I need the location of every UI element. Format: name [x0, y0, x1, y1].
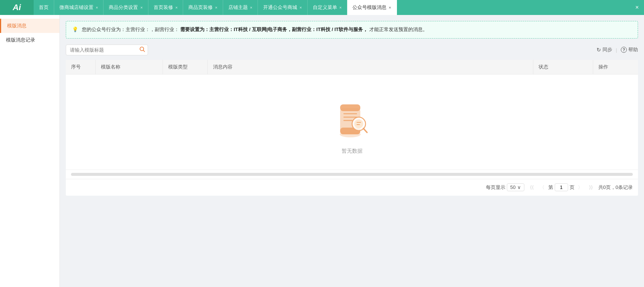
- tab-product-decor[interactable]: 商品页装修 ×: [183, 0, 223, 15]
- close-icon[interactable]: ×: [175, 5, 178, 10]
- th-type: 模版类型: [163, 60, 208, 74]
- empty-text: 暂无数据: [342, 148, 363, 155]
- page-size-select: 每页显示 50 ∨: [486, 183, 524, 191]
- search-button[interactable]: [139, 46, 145, 53]
- page-size-label: 每页显示: [486, 184, 505, 191]
- th-index: 序号: [66, 60, 96, 74]
- sync-button[interactable]: ↻ 同步: [597, 46, 612, 53]
- sidebar-item-template-msg-label: 模版消息: [7, 23, 27, 28]
- last-page-button[interactable]: ⟩⟩: [586, 183, 595, 192]
- sync-label: 同步: [603, 46, 612, 53]
- close-icon[interactable]: ×: [96, 5, 98, 10]
- scrollbar-row: [66, 170, 638, 179]
- page-size-value: 50: [510, 184, 515, 190]
- tab-menu[interactable]: 自定义菜单 ×: [308, 0, 347, 15]
- sidebar-item-template-msg-record[interactable]: 模版消息记录: [0, 33, 59, 47]
- pagination: 每页显示 50 ∨ ⟨⟨ 〈 第 页 〉 ⟩⟩ 共0页，0条记录: [66, 179, 638, 196]
- tab-home-label: 首页: [39, 4, 49, 11]
- search-input[interactable]: [66, 45, 148, 55]
- close-all-button[interactable]: ×: [630, 4, 644, 11]
- notice-highlight: 需要设置为：主营行业：IT科技 / 互联网|电子商务，副营行业：IT科技 / I…: [180, 27, 368, 32]
- tab-store-theme[interactable]: 店铺主题 ×: [223, 0, 258, 15]
- search-bar: ↻ 同步 | ? 帮助: [66, 45, 638, 55]
- total-label: 共0页，0条记录: [598, 184, 633, 191]
- notice-suffix: 才能正常发送预置的消息。: [369, 27, 428, 32]
- sidebar-item-template-msg-record-label: 模版消息记录: [6, 37, 35, 43]
- close-icon[interactable]: ×: [389, 5, 391, 10]
- prev-page-button[interactable]: 〈: [538, 183, 547, 192]
- close-icon[interactable]: ×: [339, 5, 342, 10]
- first-page-button[interactable]: ⟨⟨: [527, 183, 536, 192]
- notice-box: 💡 您的公众号行业为：主营行业：，副营行业： 需要设置为：主营行业：IT科技 /…: [66, 21, 638, 39]
- empty-state: 暂无数据: [66, 74, 638, 170]
- tab-home[interactable]: 首页: [34, 0, 54, 15]
- next-page-button[interactable]: 〉: [576, 183, 585, 192]
- tab-template-msg[interactable]: 公众号模版消息 ×: [347, 0, 397, 15]
- th-content: 消息内容: [208, 60, 533, 74]
- tab-product-decor-label: 商品页装修: [188, 4, 213, 11]
- table-container: 序号 模版名称 模版类型 消息内容 状态 操作: [66, 60, 638, 196]
- table-header: 序号 模版名称 模版类型 消息内容 状态 操作: [66, 60, 638, 74]
- page-after-label: 页: [570, 184, 574, 191]
- th-status: 状态: [533, 60, 593, 74]
- notice-icon: 💡: [72, 27, 78, 32]
- tab-template-msg-label: 公众号模版消息: [352, 4, 386, 11]
- sidebar-item-template-msg[interactable]: 模版消息: [0, 19, 59, 33]
- main-layout: 模版消息 模版消息记录 💡 您的公众号行业为：主营行业：，副营行业： 需要设置为…: [0, 15, 644, 287]
- tab-mall[interactable]: 开通公众号商城 ×: [258, 0, 307, 15]
- tab-store-setting[interactable]: 微商城店铺设置 ×: [54, 0, 104, 15]
- search-right: ↻ 同步 | ? 帮助: [597, 46, 638, 53]
- notice-prefix: 您的公众号行业为：主营行业：，副营行业：: [82, 27, 179, 32]
- tab-home-decor[interactable]: 首页装修 ×: [148, 0, 183, 15]
- svg-line-11: [363, 128, 367, 132]
- close-icon[interactable]: ×: [140, 5, 142, 10]
- page-before-label: 第: [548, 184, 553, 191]
- svg-line-1: [144, 51, 145, 52]
- svg-rect-4: [340, 104, 360, 111]
- sync-icon: ↻: [597, 47, 601, 53]
- page-nav: ⟨⟨ 〈 第 页 〉 ⟩⟩: [527, 183, 595, 192]
- search-left: [66, 45, 148, 55]
- divider: |: [616, 47, 617, 53]
- close-icon[interactable]: ×: [215, 5, 217, 10]
- tab-menu-label: 自定义菜单: [313, 4, 337, 11]
- help-button[interactable]: ? 帮助: [621, 46, 638, 53]
- page-size-dropdown[interactable]: 50 ∨: [507, 183, 524, 191]
- scrollbar-track[interactable]: [71, 173, 633, 176]
- tab-store-theme-label: 店铺主题: [228, 4, 248, 11]
- th-name: 模版名称: [96, 60, 163, 74]
- empty-illustration: [330, 97, 375, 142]
- logo: Ai: [0, 0, 34, 15]
- tab-category[interactable]: 商品分类设置 ×: [104, 0, 148, 15]
- page-input[interactable]: [555, 183, 568, 191]
- tab-category-label: 商品分类设置: [109, 4, 138, 11]
- chevron-down-icon: ∨: [517, 184, 521, 190]
- help-icon: ?: [621, 47, 627, 53]
- search-input-wrapper: [66, 45, 148, 55]
- tab-mall-label: 开通公众号商城: [263, 4, 297, 11]
- help-label: 帮助: [628, 46, 638, 53]
- tab-home-decor-label: 首页装修: [154, 4, 173, 11]
- close-icon[interactable]: ×: [299, 5, 302, 10]
- close-icon[interactable]: ×: [250, 5, 252, 10]
- th-action: 操作: [593, 60, 638, 74]
- top-nav: Ai 首页 微商城店铺设置 × 商品分类设置 × 首页装修 × 商品页装修 × …: [0, 0, 644, 15]
- tab-store-setting-label: 微商城店铺设置: [59, 4, 93, 11]
- main-content: 💡 您的公众号行业为：主营行业：，副营行业： 需要设置为：主营行业：IT科技 /…: [60, 15, 644, 287]
- sidebar: 模版消息 模版消息记录: [0, 15, 60, 287]
- svg-point-10: [354, 119, 363, 128]
